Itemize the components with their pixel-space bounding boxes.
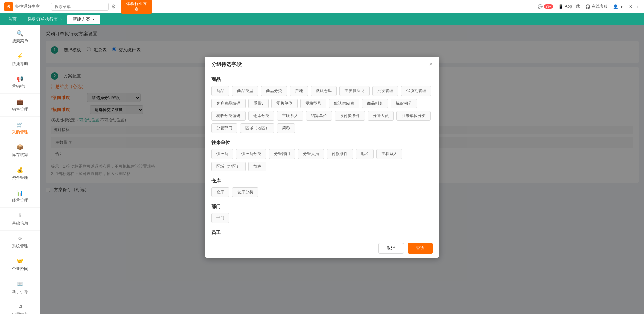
window-close-btn[interactable]: ✕ <box>629 4 632 9</box>
field-tag-批次管理[interactable]: 批次管理 <box>372 86 398 96</box>
search-input[interactable] <box>51 3 109 11</box>
field-tag-仓库分类[interactable]: 仓库分类 <box>232 187 258 197</box>
guide-icon: 📖 <box>16 280 24 288</box>
sidebar-app-center-label: 应用中心 <box>12 312 28 314</box>
logo-area: 6 畅捷通好生意 <box>4 2 44 11</box>
field-section-employee: 员工业务员 <box>211 230 433 239</box>
sidebar-item-system[interactable]: ⚙ 系统管理 <box>0 231 40 253</box>
service-icon: 🎧 <box>585 4 590 9</box>
field-tag-商品分类[interactable]: 商品分类 <box>261 86 287 96</box>
field-tag-重量3[interactable]: 重量3 <box>248 99 269 108</box>
field-tags-department: 部门 <box>211 213 433 223</box>
field-tag-收付款条件[interactable]: 收付款条件 <box>335 111 365 121</box>
field-tag-简称[interactable]: 简称 <box>248 162 266 171</box>
top-header: 6 畅捷通好生意 ⚙ 体验行业方案 💬 99+ 📱 App下载 🎧 在线客服 👤… <box>0 0 644 13</box>
field-tag-分管人员[interactable]: 分管人员 <box>298 149 324 159</box>
tab-new-plan-label: 新建方案 <box>73 16 90 22</box>
field-tag-结算单位[interactable]: 结算单位 <box>306 111 332 121</box>
sidebar-item-search[interactable]: 🔍 搜索菜单 <box>0 25 40 48</box>
field-section-title-department: 部门 <box>211 204 433 210</box>
field-tag-供应商分类[interactable]: 供应商分类 <box>236 149 266 159</box>
field-tag-简称[interactable]: 简称 <box>277 123 295 133</box>
field-tag-付款条件[interactable]: 付款条件 <box>327 149 353 159</box>
field-section-warehouse: 仓库仓库仓库分类 <box>211 178 433 197</box>
field-tags-warehouse: 仓库仓库分类 <box>211 187 433 197</box>
field-tag-分管部门[interactable]: 分管部门 <box>269 149 295 159</box>
field-tag-部门[interactable]: 部门 <box>211 213 229 223</box>
field-tag-分管部门[interactable]: 分管部门 <box>211 123 237 133</box>
sidebar-quick-nav-label: 快捷导航 <box>12 61 28 67</box>
field-tag-主联系人[interactable]: 主联系人 <box>277 111 303 121</box>
tab-new-plan[interactable]: 新建方案 × <box>67 15 100 24</box>
field-tag-保质期管理[interactable]: 保质期管理 <box>401 86 431 96</box>
modal-confirm-button[interactable]: 查询 <box>408 243 433 254</box>
field-tag-商品[interactable]: 商品 <box>211 86 229 96</box>
search-icon: 🔍 <box>16 29 24 37</box>
message-item[interactable]: 💬 99+ <box>538 4 553 9</box>
system-icon: ⚙ <box>16 235 24 242</box>
app-download-item[interactable]: 📱 App下载 <box>558 4 580 9</box>
trial-button[interactable]: 体验行业方案 <box>121 0 152 14</box>
sales-icon: 💼 <box>16 98 24 105</box>
sidebar-search-label: 搜索菜单 <box>12 38 28 44</box>
field-tag-商品类型[interactable]: 商品类型 <box>232 86 258 96</box>
settings-icon[interactable]: ⚙ <box>111 3 116 10</box>
user-avatar[interactable]: 👤 ▼ <box>613 4 624 9</box>
field-tag-税收分类编码[interactable]: 税收分类编码 <box>211 111 246 121</box>
header-search-area: ⚙ 体验行业方案 <box>51 0 152 14</box>
download-icon: 📱 <box>558 4 564 9</box>
field-tag-客户商品编码[interactable]: 客户商品编码 <box>211 99 246 108</box>
field-tag-商品别名[interactable]: 商品别名 <box>362 99 388 108</box>
sidebar-item-guide[interactable]: 📖 新手引导 <box>0 276 40 299</box>
field-tag-区域（地区）[interactable]: 区域（地区） <box>211 162 246 171</box>
field-tag-规格型号[interactable]: 规格型号 <box>300 99 326 108</box>
field-tag-零售单位[interactable]: 零售单位 <box>271 99 298 108</box>
sidebar-marketing-label: 营销推广 <box>12 84 28 89</box>
modal-header: 分组待选字段 × <box>205 57 439 71</box>
modal-cancel-button[interactable]: 取消 <box>378 243 404 254</box>
sidebar-system-label: 系统管理 <box>12 243 28 249</box>
sidebar-item-marketing[interactable]: 📢 营销推广 <box>0 71 40 94</box>
sidebar-item-app-center[interactable]: 🖥 应用中心 <box>0 299 40 314</box>
field-tag-分管人员[interactable]: 分管人员 <box>368 111 394 121</box>
modal-title: 分组待选字段 <box>211 61 241 68</box>
sidebar-item-operations[interactable]: 📊 经营管理 <box>0 185 40 208</box>
purchase-icon: 🛒 <box>16 121 24 128</box>
app-center-icon: 🖥 <box>16 303 24 310</box>
field-tag-主联系人[interactable]: 主联系人 <box>376 149 402 159</box>
finance-icon: 💰 <box>16 166 24 174</box>
sidebar-item-sales[interactable]: 💼 销售管理 <box>0 94 40 117</box>
sidebar-item-basic-info[interactable]: ℹ 基础信息 <box>0 208 40 231</box>
sidebar-sales-label: 销售管理 <box>12 107 28 112</box>
field-tag-地区[interactable]: 地区 <box>356 149 374 159</box>
sidebar-item-inventory[interactable]: 📦 库存核算 <box>0 139 40 162</box>
field-tag-供应商[interactable]: 供应商 <box>211 149 233 159</box>
field-tag-产地[interactable]: 产地 <box>290 86 308 96</box>
field-tag-默认供应商[interactable]: 默认供应商 <box>329 99 359 108</box>
sidebar-item-enterprise[interactable]: 🤝 企业协同 <box>0 253 40 276</box>
field-tag-默认仓库[interactable]: 默认仓库 <box>311 86 337 96</box>
window-maximize-btn[interactable]: □ <box>638 4 640 9</box>
field-tag-主要供应商[interactable]: 主要供应商 <box>339 86 370 96</box>
tab-new-plan-close[interactable]: × <box>92 17 94 21</box>
field-tag-仓库[interactable]: 仓库 <box>211 187 229 197</box>
field-tag-往来单位分类[interactable]: 往来单位分类 <box>396 111 431 121</box>
sidebar-item-purchase[interactable]: 🛒 采购管理 <box>0 117 40 139</box>
tab-purchase-close[interactable]: × <box>60 17 62 21</box>
field-tag-区域（地区）[interactable]: 区域（地区） <box>240 123 274 133</box>
sidebar-item-quick-nav[interactable]: ⚡ 快捷导航 <box>0 48 40 71</box>
field-section-department: 部门部门 <box>211 204 433 223</box>
field-tag-炼货积分[interactable]: 炼货积分 <box>391 99 417 108</box>
sidebar-item-finance[interactable]: 💰 资金管理 <box>0 162 40 185</box>
tab-purchase-order[interactable]: 采购订单执行表 × <box>22 15 67 24</box>
field-tags-product: 商品商品类型商品分类产地默认仓库主要供应商批次管理保质期管理客户商品编码重量3零… <box>211 86 433 133</box>
tab-bar: 首页 采购订单执行表 × 新建方案 × <box>0 13 644 25</box>
online-service-item[interactable]: 🎧 在线客服 <box>585 4 608 9</box>
modal-body: 商品商品商品类型商品分类产地默认仓库主要供应商批次管理保质期管理客户商品编码重量… <box>205 71 439 239</box>
field-section-product: 商品商品商品类型商品分类产地默认仓库主要供应商批次管理保质期管理客户商品编码重量… <box>211 77 433 133</box>
sidebar: 🔍 搜索菜单 ⚡ 快捷导航 📢 营销推广 💼 销售管理 🛒 采购管理 📦 库存核… <box>0 25 40 314</box>
modal-close-button[interactable]: × <box>429 61 433 67</box>
field-tag-仓库分类[interactable]: 仓库分类 <box>248 111 274 121</box>
basic-info-icon: ℹ <box>16 212 24 219</box>
tab-home[interactable]: 首页 <box>3 15 22 24</box>
